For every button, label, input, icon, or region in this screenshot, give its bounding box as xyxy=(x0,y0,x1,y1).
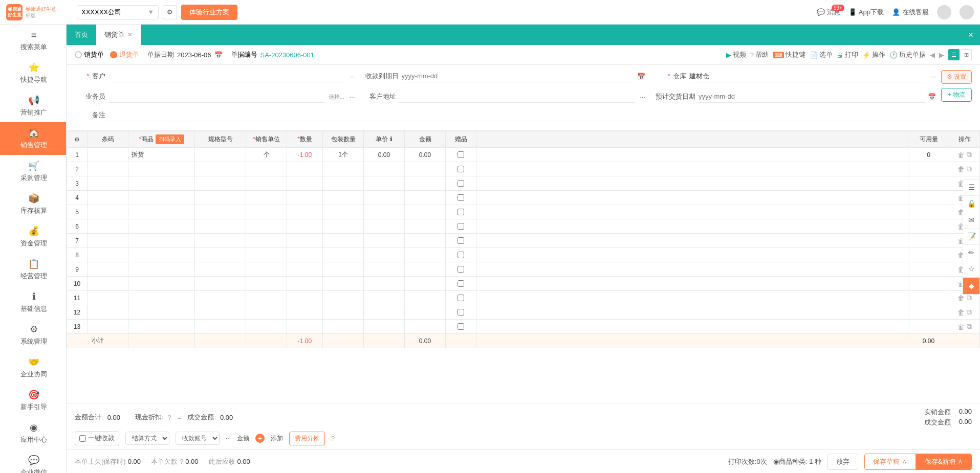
gift-checkbox[interactable] xyxy=(458,252,464,258)
avatar[interactable] xyxy=(937,5,951,19)
warehouse-dots-button[interactable]: ··· xyxy=(930,73,936,80)
customer-input[interactable] xyxy=(108,70,344,82)
gift-checkbox[interactable] xyxy=(458,266,464,273)
address-dots-button[interactable]: ··· xyxy=(640,93,645,101)
close-all-icon[interactable]: ✕ xyxy=(968,31,974,39)
gift-checkbox[interactable] xyxy=(458,209,464,215)
gift-checkbox[interactable] xyxy=(458,323,464,330)
th-settings[interactable]: ⚙ xyxy=(67,131,88,148)
sidebar-item-sales[interactable]: 🏠 销售管理 xyxy=(0,122,66,155)
copy-row-icon[interactable]: ⧉ xyxy=(967,294,972,302)
gift-checkbox[interactable] xyxy=(458,151,464,158)
sidebar-item-management[interactable]: 📋 经营管理 xyxy=(0,253,66,286)
expected-delivery-input[interactable] xyxy=(699,91,925,103)
scan-button[interactable]: 扫码录入 xyxy=(156,134,184,144)
select-order-button[interactable]: 📄 选单 xyxy=(810,50,833,59)
logistics-button[interactable]: + 物流 xyxy=(941,88,972,102)
payment-due-calendar-icon[interactable]: 📅 xyxy=(637,73,645,80)
delete-row-icon[interactable]: 🗑 xyxy=(957,323,965,331)
video-button[interactable]: ▶ 视频 xyxy=(726,50,746,59)
notes-input[interactable] xyxy=(105,109,972,121)
salesperson-dots-button[interactable]: ··· xyxy=(350,93,355,101)
gift-checkbox[interactable] xyxy=(458,295,464,301)
account-dots[interactable]: ··· xyxy=(226,435,231,442)
right-tool-mail[interactable]: ✉ xyxy=(963,212,979,229)
payment-due-input[interactable] xyxy=(402,70,635,82)
sales-order-radio[interactable]: 销货单 xyxy=(75,50,104,59)
return-order-radio[interactable]: 退货单 xyxy=(110,50,139,59)
delete-row-icon[interactable]: 🗑 xyxy=(957,165,965,173)
sidebar-item-newbie[interactable]: 🎯 新手引导 xyxy=(0,384,66,417)
right-tool-note[interactable]: 📝 xyxy=(963,229,979,245)
operate-button[interactable]: ⚡ 操作 xyxy=(862,50,885,59)
fee-split-button[interactable]: 费用分摊 xyxy=(289,432,325,445)
trial-button[interactable]: 体验行业方案 xyxy=(181,5,237,20)
settings-gear-button[interactable]: ⚙ xyxy=(163,5,177,19)
fee-question-icon[interactable]: ? xyxy=(331,435,335,442)
customer-address-input[interactable] xyxy=(399,91,635,103)
help-button[interactable]: ? 帮助 xyxy=(750,50,769,59)
sidebar-item-wechat[interactable]: 💬 企业微信 xyxy=(0,449,66,473)
sidebar-item-marketing[interactable]: 📢 营销推广 xyxy=(0,89,66,122)
shortcut-button[interactable]: ⌨ 快捷键 xyxy=(773,50,805,59)
copy-row-icon[interactable]: ⧉ xyxy=(967,150,972,159)
right-tool-orange[interactable]: ◆ xyxy=(963,278,979,294)
one-click-pay-check[interactable] xyxy=(79,435,86,442)
settings-button[interactable]: ⚙ 设置 xyxy=(941,70,972,84)
sidebar-item-enterprise[interactable]: 🤝 企业协同 xyxy=(0,351,66,384)
gift-checkbox[interactable] xyxy=(458,166,464,172)
account-select[interactable]: 收款账号 xyxy=(176,432,220,445)
company-selector[interactable]: XXXXXX公司 ▼ xyxy=(77,5,159,19)
gift-checkbox[interactable] xyxy=(458,237,464,244)
date-calendar-icon[interactable]: 📅 xyxy=(214,51,223,59)
right-tool-list[interactable]: ☰ xyxy=(963,179,979,196)
online-service-button[interactable]: 👤 在线客服 xyxy=(892,8,929,17)
delete-row-icon[interactable]: 🗑 xyxy=(957,294,965,302)
layout-grid-button[interactable]: ⊞ xyxy=(961,49,972,60)
nav-prev-icon[interactable]: ◀ xyxy=(930,51,935,59)
sidebar-item-purchase[interactable]: 🛒 采购管理 xyxy=(0,155,66,188)
save-draft-button[interactable]: 保存草稿 ∧ xyxy=(864,454,916,470)
tab-sales-order[interactable]: 销货单 ✕ xyxy=(96,25,141,45)
right-tool-star[interactable]: ☆ xyxy=(963,261,979,278)
tab-close-icon[interactable]: ✕ xyxy=(127,31,133,38)
salesperson-input[interactable] xyxy=(108,91,324,103)
warehouse-input[interactable] xyxy=(689,70,925,82)
gift-checkbox[interactable] xyxy=(458,223,464,230)
th-actions: 操作 xyxy=(949,131,980,148)
tab-home[interactable]: 首页 xyxy=(67,25,96,45)
nav-next-icon[interactable]: ▶ xyxy=(939,51,944,59)
customer-dots-button[interactable]: ··· xyxy=(350,73,355,80)
delete-row-icon[interactable]: 🗑 xyxy=(957,308,965,317)
history-button[interactable]: 🕐 历史单据 xyxy=(889,50,926,59)
app-download-button[interactable]: 📱 App下载 xyxy=(848,8,884,17)
save-new-button[interactable]: 保存&新增 ∧ xyxy=(916,454,972,470)
print-button[interactable]: 🖨 打印 xyxy=(837,50,858,59)
sidebar-item-quick-nav[interactable]: ⭐ 快捷导航 xyxy=(0,57,66,89)
right-tool-lock[interactable]: 🔒 xyxy=(963,196,979,212)
sidebar-item-finance[interactable]: 💰 资金管理 xyxy=(0,220,66,253)
sidebar-item-inventory[interactable]: 📦 库存核算 xyxy=(0,188,66,220)
gift-checkbox[interactable] xyxy=(458,194,464,201)
delete-row-icon[interactable]: 🗑 xyxy=(957,151,965,159)
right-tool-edit[interactable]: ✏ xyxy=(963,245,979,261)
sidebar-item-system[interactable]: ⚙ 系统管理 xyxy=(0,319,66,351)
gift-checkbox[interactable] xyxy=(458,309,464,316)
sidebar-item-app-center[interactable]: ◉ 应用中心 xyxy=(0,417,66,449)
copy-row-icon[interactable]: ⧉ xyxy=(967,322,972,331)
one-click-pay-checkbox[interactable]: 一键收款 xyxy=(75,431,119,445)
delivery-calendar-icon[interactable]: 📅 xyxy=(928,93,936,101)
sidebar-item-basic-info[interactable]: ℹ 基础信息 xyxy=(0,286,66,319)
discard-button[interactable]: 放弃 xyxy=(827,454,858,470)
total-owe-question[interactable]: ? xyxy=(180,458,183,465)
layout-list-button[interactable]: ☰ xyxy=(948,49,960,60)
copy-row-icon[interactable]: ⧉ xyxy=(967,308,972,317)
calc-method-select[interactable]: 结算方式 xyxy=(125,432,169,445)
gift-checkbox[interactable] xyxy=(458,180,464,187)
avatar-extra[interactable] xyxy=(960,5,974,19)
sidebar-item-search[interactable]: ≡ 搜索菜单 xyxy=(0,25,66,57)
message-button[interactable]: 💬 消息 99+ xyxy=(817,8,840,17)
copy-row-icon[interactable]: ⧉ xyxy=(967,165,972,173)
gift-checkbox[interactable] xyxy=(458,280,464,287)
add-button[interactable]: + xyxy=(255,434,265,443)
